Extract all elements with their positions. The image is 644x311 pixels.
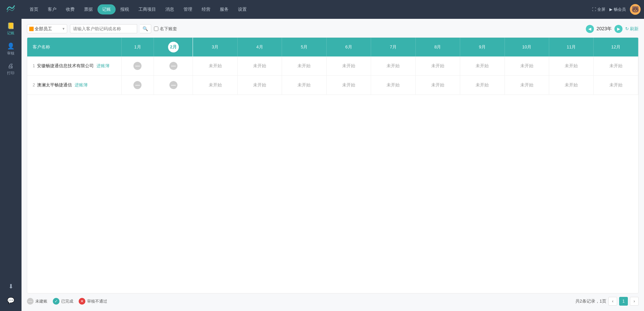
pagination: 共2条记录，1页 ‹ 1 › [575,297,639,306]
status-not-started: 未开始 [387,82,400,87]
status-not-started: 未开始 [253,63,266,68]
employee-icon: 🟧 [29,27,34,31]
topnav-right: ⛶ 全屏 ▶ 畅会员 🐻 [592,4,641,15]
status-not-started: 未开始 [342,63,355,68]
total-records: 共2条记录，1页 [575,298,606,304]
sidebar-item-bookkeeping[interactable]: 📒 记账 [0,19,22,39]
col-jul: 7月 [371,38,415,56]
support-icon: 💬 [7,297,14,304]
sidebar-logo [0,0,22,19]
legend-completed-label: 已完成 [61,299,73,304]
under-account-checkbox[interactable] [154,27,158,31]
current-month-circle: 2月 [168,42,179,52]
nav-item-tax[interactable]: 报税 [116,4,134,14]
col-mar: 3月 [193,38,237,56]
client-name: 澳澜太平畅捷通信 [37,82,72,87]
status-not-started: 未开始 [520,63,533,68]
status-not-started: 未开始 [431,63,444,68]
sidebar-item-audit[interactable]: 👤 审核 [0,39,22,59]
cell-jan: — [121,76,154,95]
nav-item-settings[interactable]: 设置 [233,4,251,14]
status-not-started: 未开始 [209,82,222,87]
cell-jan: — [121,56,154,76]
checkbox-text: 名下账套 [160,26,177,32]
cell-oct: 未开始 [505,56,549,76]
sidebar-item-bookkeeping-label: 记账 [7,31,14,36]
status-not-started: 未开始 [609,63,622,68]
cell-mar: 未开始 [193,56,237,76]
enter-link[interactable]: 进账簿 [96,63,110,68]
next-page-button[interactable]: › [630,297,639,306]
nav-item-invoice[interactable]: 票据 [79,4,97,14]
page-1-button[interactable]: 1 [619,297,628,306]
table-header-row: 客户名称 1月 2月 3月 4月 5月 6月 7月 8月 9月 10月 11月 [27,38,638,56]
sidebar-item-print[interactable]: 🖨 打印 [0,59,22,79]
topnav: 首页 客户 收费 票据 记账 报税 工商项目 消息 管理 经营 服务 设置 ⛶ … [22,0,644,19]
nav-item-business[interactable]: 工商项目 [134,4,161,14]
cell-jun: 未开始 [326,56,371,76]
row-number: 2 [33,82,35,87]
col-jan: 1月 [121,38,154,56]
nav-item-operation[interactable]: 经营 [197,4,215,14]
footer: — 未建账 ✓ 已完成 ✕ 审核不通过 共2条记录，1页 ‹ 1 › [27,294,639,306]
legend-dot-teal: ✓ [53,298,59,305]
next-year-button[interactable]: ▶ [614,25,622,33]
search-input[interactable] [70,24,137,33]
enter-link[interactable]: 进账簿 [75,82,88,87]
checkbox-label[interactable]: 名下账套 [154,26,177,32]
prev-year-button[interactable]: ◀ [586,25,594,33]
legend-rejected-label: 审核不通过 [87,299,107,304]
status-not-started: 未开始 [565,63,578,68]
col-client-name: 客户名称 [27,38,121,56]
refresh-button[interactable]: ↻ 刷新 [625,26,639,32]
col-dec: 12月 [594,38,638,56]
col-sep: 9月 [460,38,505,56]
sidebar-item-support[interactable]: 💬 [0,294,22,308]
audit-icon: 👤 [7,42,14,50]
cell-mar: 未开始 [193,76,237,95]
nav-item-service[interactable]: 服务 [215,4,233,14]
cell-may: 未开始 [282,56,326,76]
row-number: 1 [33,63,35,68]
download-icon: ⬇ [8,283,13,290]
sidebar-item-audit-label: 审核 [7,51,14,56]
status-not-started: 未开始 [431,82,444,87]
nav-item-billing[interactable]: 收费 [61,4,79,14]
cell-nov: 未开始 [549,76,593,95]
search-icon: 🔍 [143,26,148,31]
year-display: 2023年 [597,26,612,32]
col-feb: 2月 [154,38,193,56]
status-dash-icon: — [169,81,177,89]
main-wrapper: 首页 客户 收费 票据 记账 报税 工商项目 消息 管理 经营 服务 设置 ⛶ … [22,0,644,311]
prev-page-button[interactable]: ‹ [608,297,617,306]
fullscreen-button[interactable]: ⛶ 全屏 [592,7,605,12]
sidebar-item-download[interactable]: ⬇ [0,279,22,294]
cell-aug: 未开始 [415,56,460,76]
status-not-started: 未开始 [520,82,533,87]
content: 🟧 全部员工 ▼ 🔍 名下账套 ◀ 2023年 ▶ ↻ 刷新 [22,19,644,311]
logo-icon [5,3,17,15]
nav-item-home[interactable]: 首页 [25,4,43,14]
user-avatar[interactable]: 🐻 [630,4,641,15]
nav-item-management[interactable]: 管理 [179,4,197,14]
nav-item-bookkeeping[interactable]: 记账 [97,4,116,14]
status-not-started: 未开始 [565,82,578,87]
status-not-started: 未开始 [476,63,489,68]
client-name-cell: 2澳澜太平畅捷通信进账簿 [27,76,121,95]
table-body: 1安徽畅捷通信息技术有限公司进账簿——未开始未开始未开始未开始未开始未开始未开始… [27,56,638,95]
cell-jul: 未开始 [371,76,415,95]
status-not-started: 未开始 [253,82,266,87]
legend-dot-gray: — [27,298,34,305]
legend-dot-red: ✕ [79,298,85,305]
vip-button[interactable]: ▶ 畅会员 [609,7,626,12]
status-dash-icon: — [133,81,142,89]
sidebar: 📒 记账 👤 审核 🖨 打印 ⬇ 💬 [0,0,22,311]
legend-rejected: ✕ 审核不通过 [79,298,107,305]
nav-item-message[interactable]: 消息 [161,4,179,14]
cell-aug: 未开始 [415,76,460,95]
chevron-down-icon: ▼ [62,27,65,31]
fullscreen-label: 全屏 [597,7,605,12]
search-button[interactable]: 🔍 [140,24,151,33]
nav-item-client[interactable]: 客户 [43,4,61,14]
cell-apr: 未开始 [237,56,282,76]
